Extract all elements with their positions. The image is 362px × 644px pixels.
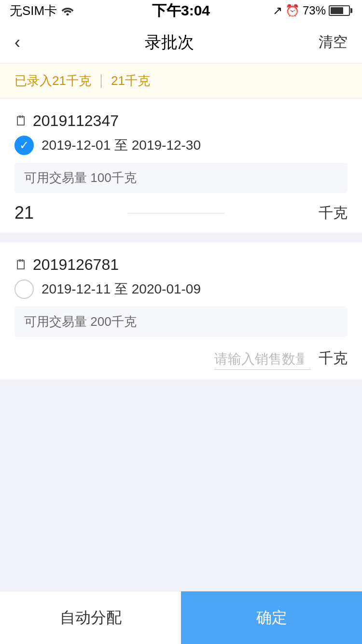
available-qty-2: 可用交易量 200千克 (14, 307, 348, 337)
batch-id-2: 2019126781 (33, 256, 119, 274)
summary-divider (101, 74, 101, 88)
qty-unit-2: 千克 (319, 349, 348, 368)
batch-card-1: 🗒 2019112347 ✓ 2019-12-01 至 2019-12-30 可… (0, 98, 362, 193)
svg-point-0 (67, 14, 69, 16)
page-title: 录批次 (145, 31, 194, 54)
status-indicators: ↗ ⏰ 73% (273, 4, 352, 17)
batch-doc-icon-1: 🗒 (14, 113, 28, 129)
radio-2[interactable] (14, 280, 34, 299)
status-bar: 无SIM卡 下午3:04 ↗ ⏰ 73% (0, 0, 362, 21)
status-time: 下午3:04 (152, 1, 210, 21)
qty-unit-1: 千克 (319, 203, 348, 223)
batch-date-1: 2019-12-01 至 2019-12-30 (42, 136, 201, 154)
radio-1[interactable]: ✓ (14, 136, 34, 155)
auto-distribute-button[interactable]: 自动分配 (0, 591, 181, 644)
summary-label: 已录入21千克 (14, 72, 91, 89)
clear-button[interactable]: 清空 (319, 32, 348, 52)
nav-bar: ‹ 录批次 清空 (0, 21, 362, 64)
summary-bar: 已录入21千克 21千克 (0, 64, 362, 98)
wifi-icon (61, 6, 74, 15)
available-qty-1: 可用交易量 100千克 (14, 163, 348, 193)
batch-date-row-1[interactable]: ✓ 2019-12-01 至 2019-12-30 (14, 136, 348, 155)
batch-date-2: 2019-12-11 至 2020-01-09 (42, 280, 201, 298)
batch-date-row-2[interactable]: 2019-12-11 至 2020-01-09 (14, 280, 348, 299)
carrier-text: 无SIM卡 (10, 2, 57, 19)
alarm-icon: ⏰ (285, 4, 300, 17)
batch-id-1: 2019112347 (33, 112, 119, 130)
batch-doc-icon-2: 🗒 (14, 257, 28, 273)
bottom-bar: 自动分配 确定 (0, 591, 362, 644)
confirm-button[interactable]: 确定 (181, 591, 362, 644)
battery-icon (329, 5, 352, 16)
batch-header-2: 🗒 2019126781 (14, 256, 348, 274)
batch-card-2: 🗒 2019126781 2019-12-11 至 2020-01-09 可用交… (0, 242, 362, 337)
location-icon: ↗ (273, 4, 282, 17)
input-row-1: 21 千克 (0, 193, 362, 233)
batch-header-1: 🗒 2019112347 (14, 112, 348, 130)
status-carrier: 无SIM卡 (10, 2, 74, 19)
section-gap-1 (0, 233, 362, 242)
qty-input-2[interactable] (214, 347, 311, 370)
check-icon-1: ✓ (19, 139, 29, 152)
input-row-2: 千克 (0, 337, 362, 379)
qty-value-1: 21 (14, 203, 34, 223)
battery-percent: 73% (303, 4, 326, 17)
back-button[interactable]: ‹ (14, 32, 20, 53)
summary-value: 21千克 (111, 72, 150, 89)
empty-space (0, 379, 362, 582)
